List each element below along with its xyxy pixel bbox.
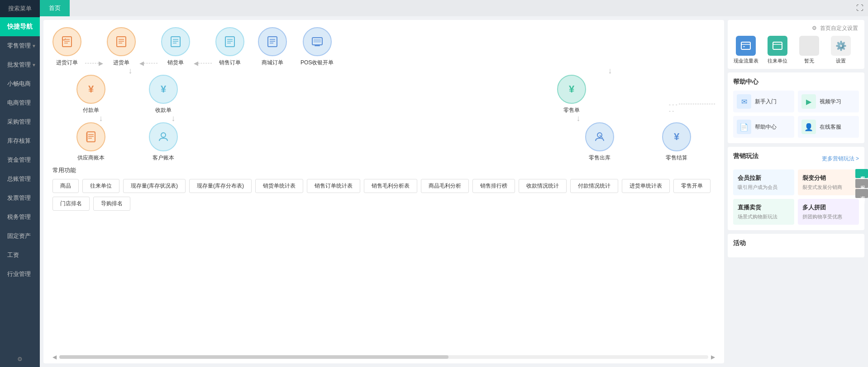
btn-payment-stat[interactable]: 付款情况统计 bbox=[570, 179, 618, 193]
marketing-grid: 会员拉新 吸引用户成为会员 裂变分销 裂变式发展分销商 直播卖货 场景式购物新玩… bbox=[733, 169, 859, 225]
btn-stock-dist[interactable]: 现存量(库存分布表) bbox=[189, 179, 252, 193]
expand-button[interactable]: ⛶ bbox=[852, 0, 868, 16]
sidebar-item-finance[interactable]: 资金管理 bbox=[0, 150, 40, 169]
sales-order-icon bbox=[215, 27, 244, 56]
marketing-more-button[interactable]: 更多营销玩法 > bbox=[822, 155, 859, 163]
svg-line-30 bbox=[600, 135, 603, 138]
btn-sales-margin[interactable]: 销售毛利分析表 bbox=[364, 179, 417, 193]
qa-settings[interactable]: ⚙️ 设置 bbox=[827, 36, 854, 64]
btn-receipt-stat[interactable]: 收款情况统计 bbox=[519, 179, 567, 193]
flow-node-sales-order[interactable]: 销售订单 bbox=[215, 27, 244, 67]
float-buttons: 客服热线 服务社区 桌面快捷 bbox=[855, 169, 868, 198]
sidebar-item-tax[interactable]: 税务管理 bbox=[0, 208, 40, 227]
btn-store-rank[interactable]: 门店排名 bbox=[52, 197, 90, 211]
help-item-video[interactable]: ▶ 视频学习 bbox=[798, 91, 859, 112]
sidebar-item-wholesale[interactable]: 批发管理 ▼ bbox=[0, 55, 40, 74]
mkt-group[interactable]: 多人拼团 拼团购物享受优惠 bbox=[798, 199, 859, 225]
btn-retail-order[interactable]: 零售开单 bbox=[673, 179, 711, 193]
mkt-live[interactable]: 直播卖货 场景式购物新玩法 bbox=[733, 199, 794, 225]
arrow-1-2: ▶ bbox=[81, 60, 107, 67]
mkt-fission-desc: 裂变式发展分销商 bbox=[802, 184, 854, 191]
btn-order-stat[interactable]: 销售订单统计表 bbox=[307, 179, 360, 193]
customer-book-label: 客户账本 bbox=[153, 154, 174, 162]
activity: 活动 bbox=[728, 234, 864, 257]
flow-node-purchase-order[interactable]: 进货订单 bbox=[52, 27, 81, 67]
beginner-label: 新手入门 bbox=[755, 98, 777, 106]
scroll-left-button[interactable]: ◀ bbox=[52, 354, 57, 360]
btn-sales-stat[interactable]: 销货单统计表 bbox=[255, 179, 303, 193]
qa-partner[interactable]: 往来单位 bbox=[764, 36, 791, 64]
pos-label: POS收银开单 bbox=[300, 59, 334, 67]
customize-settings[interactable]: ⚙ 首页自定义设置 bbox=[732, 24, 860, 32]
sidebar-item-inventory[interactable]: 库存核算 bbox=[0, 131, 40, 150]
flow-node-pos[interactable]: POS收银开单 bbox=[300, 27, 334, 67]
sidebar-item-purchase[interactable]: 采购管理 bbox=[0, 112, 40, 131]
btn-guide-rank[interactable]: 导购排名 bbox=[93, 197, 130, 211]
sidebar-item-ecom-small[interactable]: 小畅电商 bbox=[0, 74, 40, 93]
btn-sales-rank[interactable]: 销售排行榜 bbox=[472, 179, 515, 193]
btn-goods[interactable]: 商品 bbox=[52, 179, 79, 193]
flow-node-receipt[interactable]: ¥ 收款单 bbox=[138, 75, 188, 114]
sidebar-item-ecom[interactable]: 电商管理 bbox=[0, 93, 40, 112]
flow-node-payment[interactable]: ¥ 付款单 bbox=[66, 75, 116, 114]
float-service-button[interactable]: 客服热线 bbox=[855, 169, 868, 178]
float-desktop-button[interactable]: 桌面快捷 bbox=[855, 189, 868, 198]
qa-empty[interactable]: 暂无 bbox=[796, 36, 823, 64]
sidebar-item-retail[interactable]: 零售管理 ▼ bbox=[0, 36, 40, 55]
flow-node-retail-out[interactable]: 零售出库 bbox=[575, 122, 625, 162]
svg-rect-27 bbox=[86, 133, 88, 141]
sidebar-search[interactable]: 搜索菜单 bbox=[0, 0, 40, 17]
sidebar-settings[interactable]: ⚙ bbox=[0, 351, 40, 367]
flow-node-sales[interactable]: 销货单 bbox=[161, 27, 190, 67]
help-item-beginner[interactable]: ✉ 新手入门 bbox=[733, 91, 794, 112]
partner-label: 往来单位 bbox=[768, 58, 787, 64]
activity-title: 活动 bbox=[733, 239, 859, 247]
btn-goods-margin[interactable]: 商品毛利分析 bbox=[421, 179, 469, 193]
scrollbar: ◀ ▶ bbox=[43, 351, 724, 363]
sales-label: 销货单 bbox=[167, 59, 184, 67]
beginner-icon: ✉ bbox=[737, 94, 751, 109]
scroll-right-button[interactable]: ▶ bbox=[711, 354, 715, 360]
mkt-fission-title: 裂变分销 bbox=[802, 174, 854, 182]
payment-label: 付款单 bbox=[83, 106, 99, 114]
video-icon: ▶ bbox=[801, 94, 816, 109]
purchase-order-label: 进货订单 bbox=[56, 59, 78, 67]
flow-node-mall-order[interactable]: 商城订单 bbox=[258, 27, 287, 67]
btn-partner[interactable]: 往来单位 bbox=[82, 179, 119, 193]
service-label: 在线客服 bbox=[820, 123, 841, 131]
scrollbar-track[interactable] bbox=[59, 355, 708, 359]
sidebar-nav[interactable]: 快捷导航 bbox=[0, 17, 40, 36]
help-item-service[interactable]: 👤 在线客服 bbox=[798, 116, 859, 138]
qa-cashflow[interactable]: 现金流量表 bbox=[732, 36, 759, 64]
right-panel: ⚙ 首页自定义设置 现金流量表 往来单位 bbox=[728, 16, 868, 367]
btn-purchase-stat[interactable]: 进货单统计表 bbox=[622, 179, 670, 193]
main-area: 首页 ⛶ 进货订单 ▶ bbox=[40, 0, 868, 367]
float-community-button[interactable]: 服务社区 bbox=[855, 179, 868, 188]
sidebar-item-ledger[interactable]: 总账管理 bbox=[0, 169, 40, 188]
tab-home[interactable]: 首页 bbox=[40, 0, 70, 16]
supplier-book-label: 供应商账本 bbox=[77, 154, 105, 162]
sales-icon bbox=[161, 27, 190, 56]
common-functions: 常用功能 商品 往来单位 现存量(库存状况表) 现存量(库存分布表) 销货单统计… bbox=[43, 162, 724, 351]
mall-order-label: 商城订单 bbox=[262, 59, 283, 67]
payment-icon: ¥ bbox=[76, 75, 105, 104]
svg-rect-16 bbox=[268, 37, 277, 47]
mkt-fission[interactable]: 裂变分销 裂变式发展分销商 bbox=[798, 169, 859, 195]
mkt-member[interactable]: 会员拉新 吸引用户成为会员 bbox=[733, 169, 794, 195]
flow-node-retail-settle[interactable]: ¥ 零售结算 bbox=[652, 122, 701, 162]
flow-node-retail[interactable]: ¥ 零售单 bbox=[547, 75, 596, 114]
flow-node-supplier-book[interactable]: 供应商账本 bbox=[66, 122, 116, 162]
btn-stock-status[interactable]: 现存量(库存状况表) bbox=[123, 179, 186, 193]
help-item-help[interactable]: 📄 帮助中心 bbox=[733, 116, 794, 138]
flow-node-customer-book[interactable]: 客户账本 bbox=[138, 122, 188, 162]
sidebar-item-assets[interactable]: 固定资产 bbox=[0, 227, 40, 246]
retail-icon: ¥ bbox=[557, 75, 586, 104]
sidebar-item-invoice[interactable]: 发票管理 bbox=[0, 188, 40, 208]
sidebar-item-salary[interactable]: 工资 bbox=[0, 246, 40, 265]
svg-point-28 bbox=[161, 133, 166, 137]
retail-out-icon bbox=[585, 122, 614, 151]
sidebar-item-industry[interactable]: 行业管理 bbox=[0, 265, 40, 284]
flow-node-purchase[interactable]: 进货单 bbox=[107, 27, 136, 67]
svg-rect-0 bbox=[62, 37, 72, 47]
svg-rect-34 bbox=[773, 42, 782, 49]
